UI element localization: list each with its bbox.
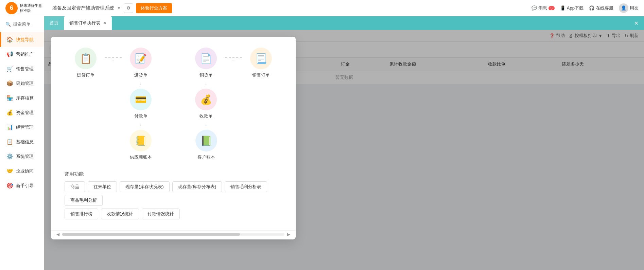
- func-buttons: 商品 往来单位 现存量(库存状况表) 现存量(库存分布表) 销售毛利分析表 商品…: [65, 181, 282, 206]
- flow-item-supplier-ledger: 📒 供应商账本: [130, 130, 152, 160]
- user-action[interactable]: 👤 用友: [619, 3, 639, 13]
- tab-sales-order[interactable]: 销售订单执行表 ✕: [64, 16, 112, 30]
- trial-button[interactable]: 体验行业方案: [136, 3, 172, 13]
- sidebar-item-enterprise[interactable]: 🤝 企业协同: [0, 164, 44, 178]
- func-btn-receipt-stat[interactable]: 收款情况统计: [101, 209, 139, 219]
- service-icon: 🎧: [589, 5, 594, 11]
- system-icon: ⚙️: [6, 153, 13, 160]
- sales-icon: 🛒: [6, 66, 13, 72]
- purchase-icon: 📦: [6, 80, 13, 87]
- sidebar-item-finance[interactable]: 💰 资金管理: [0, 105, 44, 120]
- finance-icon: 💰: [6, 109, 13, 116]
- search-menu-btn[interactable]: 🔍 搜索菜单: [3, 19, 41, 29]
- sidebar: 🔍 搜索菜单 🏠 快捷导航 📢 营销推广 🛒 销售管理 📦 采购管理: [0, 16, 44, 270]
- func-btn-product[interactable]: 商品: [65, 181, 85, 192]
- sidebar-item-new-guide[interactable]: 🎯 新手引导: [0, 178, 44, 193]
- payment-label: 付款单: [134, 113, 147, 119]
- sales-order-circle: 📃: [250, 48, 272, 69]
- popup-content: 📋 进货订单 →: [51, 37, 296, 230]
- customer-ledger-label: 客户账本: [197, 154, 215, 160]
- flow-diagram: 📋 进货订单 →: [65, 48, 282, 163]
- sidebar-item-quick-nav[interactable]: 🏠 快捷导航: [0, 32, 44, 47]
- scroll-right-icon[interactable]: ▶: [287, 232, 290, 237]
- system-title: 装备及固定资产辅助管理系统 ▼: [52, 5, 121, 11]
- sales-bill-icon: 📄: [200, 53, 212, 64]
- supplier-ledger-icon: 📒: [135, 135, 147, 146]
- purchase-order-circle: 📋: [75, 48, 97, 69]
- logo-text: 畅康通好生意标准版: [20, 3, 42, 13]
- func-buttons-row2: 销售排行榜 收款情况统计 付款情况统计: [65, 209, 282, 219]
- sales-bill-circle: 📄: [195, 48, 217, 69]
- flow-row-arrows2: ↓ ↓: [75, 122, 272, 127]
- popup-overlay[interactable]: 📋 进货订单 →: [44, 30, 644, 270]
- customer-ledger-circle: 📗: [195, 130, 217, 151]
- purchase-bill-label: 进货单: [134, 72, 147, 78]
- online-service-action[interactable]: 🎧 在线客服: [589, 5, 613, 11]
- app-container: 6 畅康通好生意标准版 装备及固定资产辅助管理系统 ▼ ⚙ 体验行业方案 💬 消…: [0, 0, 644, 270]
- sidebar-item-basic-info[interactable]: 📋 基础信息: [0, 134, 44, 149]
- app-download-action[interactable]: 📱 App下载: [560, 5, 584, 11]
- scroll-left-icon[interactable]: ◀: [56, 232, 59, 237]
- flow-row-1: 📋 进货订单 →: [75, 48, 272, 78]
- main-area: 🔍 搜索菜单 🏠 快捷导航 📢 营销推广 🛒 销售管理 📦 采购管理: [0, 16, 644, 270]
- sales-order-icon: 📃: [255, 53, 267, 64]
- dropdown-arrow-icon[interactable]: ▼: [117, 6, 121, 11]
- sidebar-item-inventory[interactable]: 🏪 库存核算: [0, 91, 44, 105]
- flow-item-sales-order: 📃 销售订单: [250, 48, 272, 78]
- operations-icon: 📊: [6, 124, 13, 130]
- flow-item-customer-ledger: 📗 客户账本: [195, 130, 217, 160]
- flow-row-3: 📒 供应商账本 📗 客户账本: [75, 130, 272, 160]
- logo-icon: 6: [5, 2, 18, 14]
- common-functions: 常用功能 商品 往来单位 现存量(库存状况表) 现存量(库存分布表) 销售毛利分…: [65, 171, 282, 219]
- func-btn-sales-rank[interactable]: 销售排行榜: [65, 209, 98, 219]
- func-btn-sales-profit[interactable]: 销售毛利分析表: [225, 181, 267, 192]
- supplier-ledger-circle: 📒: [130, 130, 152, 151]
- guide-icon: 🎯: [6, 182, 13, 189]
- message-action[interactable]: 💬 消息 5: [532, 5, 555, 11]
- scrollbar-thumb[interactable]: [62, 233, 240, 236]
- message-badge: 5: [549, 6, 555, 10]
- purchase-bill-icon: 📝: [135, 53, 147, 64]
- receipt-icon: 💰: [200, 94, 212, 105]
- flow-row-2: 💳 付款单 💰 收款单: [75, 89, 272, 119]
- supplier-ledger-label: 供应商账本: [130, 154, 152, 160]
- sidebar-search: 🔍 搜索菜单: [0, 16, 44, 32]
- func-btn-payment-stat[interactable]: 付款情况统计: [142, 209, 180, 219]
- search-icon: 🔍: [5, 22, 11, 27]
- main-content: ❓ 帮助 🖨 按模板打印 ▼ ⬆ 导出 ↻: [44, 30, 644, 270]
- flow-item-purchase-order: 📋 进货订单: [75, 48, 97, 78]
- sidebar-item-operations[interactable]: 📊 经营管理: [0, 120, 44, 134]
- purchase-order-label: 进货订单: [77, 72, 94, 78]
- marketing-icon: 📢: [6, 51, 13, 57]
- func-btn-stock-status[interactable]: 现存量(库存状况表): [120, 181, 170, 192]
- sidebar-item-system[interactable]: ⚙️ 系统管理: [0, 149, 44, 164]
- sidebar-item-purchase[interactable]: 📦 采购管理: [0, 76, 44, 91]
- func-btn-stock-dist[interactable]: 现存量(库存分布表): [172, 181, 222, 192]
- flow-row-arrows: ↓ ↓: [75, 81, 272, 86]
- customer-ledger-icon: 📗: [200, 135, 212, 146]
- func-btn-product-profit[interactable]: 商品毛利分析: [65, 195, 103, 206]
- popup-modal: 📋 进货订单 →: [51, 37, 296, 239]
- sales-order-label: 销售订单: [252, 72, 270, 78]
- sidebar-item-marketing[interactable]: 📢 营销推广: [0, 47, 44, 61]
- tab-close-icon[interactable]: ✕: [103, 21, 106, 25]
- func-btn-unit[interactable]: 往来单位: [88, 181, 117, 192]
- common-func-title: 常用功能: [65, 171, 282, 177]
- receipt-label: 收款单: [199, 113, 213, 119]
- tab-close-all-icon[interactable]: ✕: [634, 20, 639, 26]
- content-area: 首页 销售订单执行表 ✕ ✕ ❓ 帮助: [44, 16, 644, 270]
- receipt-circle: 💰: [195, 89, 217, 110]
- gear-button[interactable]: ⚙: [124, 3, 133, 13]
- payment-circle: 💳: [130, 89, 152, 110]
- logo-area: 6 畅康通好生意标准版: [5, 2, 50, 14]
- flow-item-receipt: 💰 收款单: [195, 89, 217, 119]
- tab-home[interactable]: 首页: [44, 16, 64, 30]
- popup-scrollbar: ◀ ▶: [51, 230, 296, 239]
- home-icon: 🏠: [6, 36, 13, 43]
- flow-item-payment: 💳 付款单: [130, 89, 152, 119]
- purchase-order-icon: 📋: [80, 53, 92, 64]
- top-header: 6 畅康通好生意标准版 装备及固定资产辅助管理系统 ▼ ⚙ 体验行业方案 💬 消…: [0, 0, 644, 16]
- sidebar-item-sales[interactable]: 🛒 销售管理: [0, 61, 44, 76]
- header-right: 💬 消息 5 📱 App下载 🎧 在线客服 👤 用友: [532, 3, 639, 13]
- enterprise-icon: 🤝: [6, 168, 13, 174]
